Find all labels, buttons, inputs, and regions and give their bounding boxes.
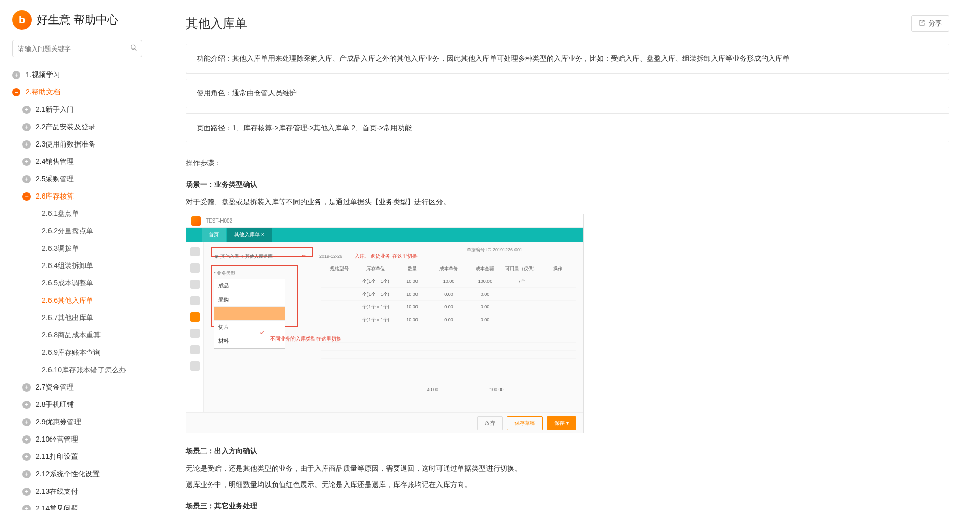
logo: b 好生意 帮助中心 <box>12 10 142 30</box>
nav-item[interactable]: −2.帮助文档 <box>12 84 142 101</box>
sp-highlight-box2: * 业务类型 成品采购 切片材料 <box>211 265 298 327</box>
sp-nav-icon <box>190 361 200 371</box>
steps-label: 操作步骤： <box>186 156 949 170</box>
share-label: 分享 <box>928 19 942 28</box>
nav-label: 2.6.9库存账本查询 <box>42 348 142 357</box>
nav-label: 2.6.10库存账本错了怎么办 <box>42 366 142 375</box>
nav-label: 2.6.8商品成本重算 <box>42 331 142 340</box>
sp-nav-icon <box>190 312 200 322</box>
nav-item[interactable]: +2.1新手入门 <box>12 101 142 118</box>
nav-label: 2.帮助文档 <box>26 88 142 97</box>
nav-label: 2.5采购管理 <box>36 175 142 184</box>
expand-icon: + <box>22 435 31 444</box>
sp-nav-icon <box>190 329 200 338</box>
page-title: 其他入库单 <box>186 15 247 32</box>
nav-item[interactable]: +2.9优惠券管理 <box>12 414 142 431</box>
expand-icon: + <box>22 453 31 461</box>
nav-tree: +1.视频学习−2.帮助文档+2.1新手入门+2.2产品安装及登录+2.3使用前… <box>12 66 142 510</box>
nav-item[interactable]: 2.6.9库存账本查询 <box>12 344 142 361</box>
nav-item[interactable]: 2.6.1盘点单 <box>12 205 142 223</box>
search-input[interactable] <box>12 40 142 57</box>
nav-item[interactable]: 2.6.2分量盘点单 <box>12 223 142 240</box>
sp-discard-button: 放弃 <box>477 416 503 430</box>
nav-label: 2.6.3调拨单 <box>42 244 142 253</box>
role-box: 使用角色：通常由仓管人员维护 <box>186 79 949 108</box>
nav-label: 1.视频学习 <box>26 70 142 80</box>
nav-item[interactable]: +2.5采购管理 <box>12 171 142 188</box>
sp-tab-home: 首页 <box>202 228 226 242</box>
expand-icon: + <box>22 488 31 496</box>
path-text: 1、库存核算->库存管理->其他入库单 2、首页->常用功能 <box>232 124 412 132</box>
expand-icon: + <box>22 470 31 478</box>
embedded-screenshot: TEST-H002 首页 其他入库单 × <box>186 214 584 433</box>
nav-item[interactable]: +2.14常见问题 <box>12 500 142 510</box>
scene2-text1: 无论是受赠，还是其他类型的业务，由于入库商品质量等原因，需要退回，这时可通过单据… <box>186 461 949 475</box>
svg-point-0 <box>131 45 135 49</box>
nav-label: 2.6.2分量盘点单 <box>42 227 142 236</box>
expand-icon: + <box>12 71 20 79</box>
path-box: 页面路径：1、库存核算->库存管理->其他入库单 2、首页->常用功能 <box>186 113 949 143</box>
nav-item[interactable]: 2.6.6其他入库单 <box>12 292 142 309</box>
sidebar: b 好生意 帮助中心 +1.视频学习−2.帮助文档+2.1新手入门+2.2产品安… <box>0 0 155 510</box>
nav-item[interactable]: +2.10经营管理 <box>12 431 142 448</box>
sp-account: TEST-H002 <box>206 216 232 226</box>
nav-item[interactable]: 2.6.3调拨单 <box>12 240 142 257</box>
nav-item[interactable]: 2.6.5成本调整单 <box>12 275 142 292</box>
nav-item[interactable]: 2.6.7其他出库单 <box>12 309 142 327</box>
scene1-title: 场景一：业务类型确认 <box>186 177 949 191</box>
nav-item[interactable]: 2.6.8商品成本重算 <box>12 327 142 344</box>
expand-icon: + <box>22 140 31 149</box>
nav-item[interactable]: +2.8手机旺铺 <box>12 396 142 414</box>
nav-label: 2.8手机旺铺 <box>36 400 142 409</box>
svg-line-1 <box>135 48 137 51</box>
nav-item[interactable]: +2.2产品安装及登录 <box>12 118 142 136</box>
expand-icon: + <box>22 175 31 183</box>
sp-tab-current: 其他入库单 × <box>227 228 272 242</box>
nav-label: 2.14常见问题 <box>36 504 142 510</box>
expand-icon: + <box>22 158 31 166</box>
nav-label: 2.6.4组装拆卸单 <box>42 261 142 271</box>
nav-item[interactable]: +2.13在线支付 <box>12 483 142 500</box>
logo-text: 好生意 帮助中心 <box>37 12 118 28</box>
sp-nav-icon <box>190 247 200 256</box>
sp-annotation: 入库、退货业务 在这里切换 <box>355 251 418 261</box>
nav-item[interactable]: +2.11打印设置 <box>12 448 142 466</box>
scene3-title: 场景三：其它业务处理 <box>186 499 949 510</box>
nav-label: 2.13在线支付 <box>36 487 142 496</box>
content-body: 操作步骤： 场景一：业务类型确认 对于受赠、盘盈或是拆装入库等不同的业务，是通过… <box>186 156 949 510</box>
nav-label: 2.7资金管理 <box>36 383 142 392</box>
scene2-text2: 退库业务中，明细数量均以负值红色展示。无论是入库还是退库，库存账均记在入库方向。 <box>186 477 949 492</box>
expand-icon: + <box>22 505 31 510</box>
sp-logo-icon <box>191 216 201 226</box>
collapse-icon: − <box>22 192 31 201</box>
nav-item[interactable]: −2.6库存核算 <box>12 188 142 205</box>
nav-label: 2.10经营管理 <box>36 435 142 444</box>
nav-label: 2.1新手入门 <box>36 105 142 114</box>
nav-label: 2.9优惠券管理 <box>36 418 142 427</box>
nav-item[interactable]: 2.6.10库存账本错了怎么办 <box>12 361 142 379</box>
intro-box: 功能介绍：其他入库单用来处理除采购入库、产成品入库之外的其他入库业务，因此其他入… <box>186 44 949 74</box>
nav-label: 2.3使用前数据准备 <box>36 140 142 149</box>
nav-label: 2.6.5成本调整单 <box>42 279 142 288</box>
search-icon[interactable] <box>130 44 137 53</box>
scene1-text: 对于受赠、盘盈或是拆装入库等不同的业务，是通过单据头【业务类型】进行区分。 <box>186 195 949 209</box>
nav-item[interactable]: +1.视频学习 <box>12 66 142 84</box>
nav-item[interactable]: 2.6.4组装拆卸单 <box>12 257 142 275</box>
sp-nav-icon <box>190 280 200 289</box>
nav-item[interactable]: +2.12系统个性化设置 <box>12 466 142 483</box>
role-text: 通常由仓管人员维护 <box>232 89 297 97</box>
nav-item[interactable]: +2.4销售管理 <box>12 153 142 171</box>
sp-draft-button: 保存草稿 <box>507 416 543 430</box>
search-box <box>12 40 142 57</box>
sp-save-button: 保存 ▾ <box>547 416 576 430</box>
nav-item[interactable]: +2.3使用前数据准备 <box>12 136 142 153</box>
sp-nav-icon <box>190 345 200 354</box>
intro-text: 其他入库单用来处理除采购入库、产成品入库之外的其他入库业务，因此其他入库单可处理… <box>232 54 790 62</box>
nav-item[interactable]: +2.7资金管理 <box>12 379 142 396</box>
nav-label: 2.6.6其他入库单 <box>42 296 142 305</box>
nav-label: 2.4销售管理 <box>36 157 142 166</box>
sp-nav-icon <box>190 263 200 273</box>
nav-label: 2.2产品安装及登录 <box>36 123 142 132</box>
intro-label: 功能介绍： <box>197 54 232 62</box>
share-button[interactable]: 分享 <box>911 15 949 32</box>
